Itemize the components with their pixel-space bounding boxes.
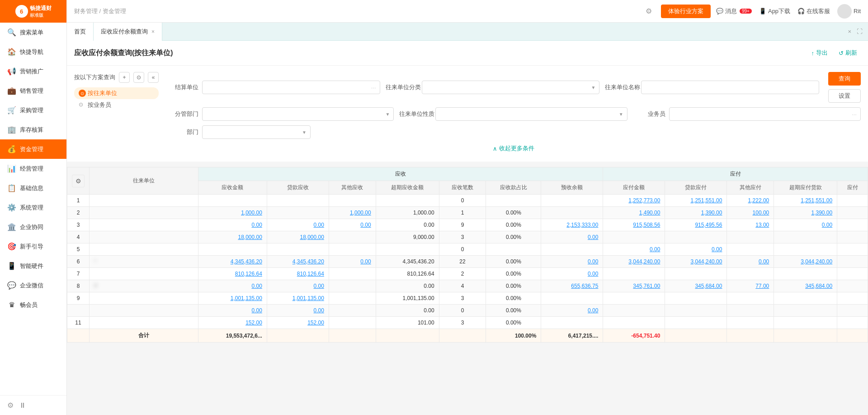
sidebar-item-finance[interactable]: 💰 资金管理 — [0, 139, 66, 159]
cell-loan-ar[interactable] — [267, 207, 329, 219]
partner-category-input[interactable]: ▼ — [422, 81, 600, 94]
cell-overdue-ap[interactable]: 1,251,551.00 — [774, 195, 837, 207]
settlement-unit-input[interactable]: ··· — [202, 81, 380, 94]
cell-other-ap[interactable]: 77.00 — [727, 280, 774, 292]
sidebar-item-vip[interactable]: ♛ 畅会员 — [0, 295, 66, 315]
cell-ar-amount[interactable] — [198, 195, 267, 207]
cell-loan-ar[interactable] — [267, 243, 329, 256]
sidebar-item-inventory[interactable]: 🏢 库存核算 — [0, 120, 66, 139]
cell-ar-amount[interactable]: 1,000.00 — [198, 207, 267, 219]
close-window-icon[interactable]: × — [848, 28, 851, 35]
cell-loan-ap[interactable] — [665, 305, 727, 317]
app-download-item[interactable]: 📱 App下载 — [759, 7, 790, 15]
partner-nature-input[interactable]: ▼ — [435, 107, 627, 121]
cell-loan-ap[interactable]: 345,684.00 — [665, 280, 727, 292]
salesperson-input[interactable]: ··· — [669, 107, 861, 121]
sidebar-item-guide[interactable]: 🎯 新手引导 — [0, 237, 66, 256]
cell-loan-ar[interactable]: 0.00 — [267, 305, 329, 317]
cell-prepaid-balance[interactable]: 0.00 — [541, 231, 603, 243]
partner-name-input[interactable] — [641, 81, 819, 94]
cell-ap-amount[interactable]: 0.00 — [603, 243, 665, 256]
table-gear-button[interactable]: ⚙ — [72, 175, 85, 187]
cell-other-ar[interactable] — [329, 195, 376, 207]
cell-ap-amount[interactable] — [603, 317, 665, 329]
cell-other-ap[interactable]: 13.00 — [727, 219, 774, 231]
cell-prepaid-balance[interactable]: 655,636.75 — [541, 280, 603, 292]
cell-other-ap[interactable] — [727, 231, 774, 243]
cell-other-ap[interactable] — [727, 243, 774, 256]
cell-loan-ar[interactable]: 4,345,436.20 — [267, 256, 329, 268]
department-input[interactable]: ▼ — [202, 125, 311, 139]
sidebar-item-operation[interactable]: 📊 经营管理 — [0, 159, 66, 178]
cell-other-ar[interactable] — [329, 305, 376, 317]
cell-prepaid-balance[interactable] — [541, 207, 603, 219]
cell-ap-amount[interactable] — [603, 305, 665, 317]
gear-icon[interactable]: ⚙ — [646, 7, 652, 15]
online-service-item[interactable]: 🎧 在线客服 — [797, 7, 830, 15]
sidebar-item-basic-info[interactable]: 📋 基础信息 — [0, 178, 66, 198]
sidebar-item-corp-wechat[interactable]: 💬 企业微信 — [0, 276, 66, 295]
cell-ar-amount[interactable]: 0.00 — [198, 305, 267, 317]
sidebar-settings-icon[interactable]: ⚙ — [7, 401, 14, 410]
cell-loan-ap[interactable] — [665, 231, 727, 243]
scheme-collapse-button[interactable]: « — [148, 72, 159, 83]
sidebar-collapse-icon[interactable]: ⏸ — [19, 401, 26, 410]
cell-ar-amount[interactable]: 0.00 — [198, 280, 267, 292]
scheme-item-partner[interactable]: ⊙ 按往来单位 — [74, 87, 159, 99]
cell-ap-amount[interactable] — [603, 292, 665, 305]
cell-overdue-ap[interactable]: 1,390.00 — [774, 207, 837, 219]
scheme-settings-button[interactable]: ⊙ — [133, 72, 144, 83]
export-button[interactable]: ↑ 导出 — [808, 47, 832, 59]
cell-other-ap[interactable]: 1,222.00 — [727, 195, 774, 207]
cell-loan-ar[interactable]: 18,000.00 — [267, 231, 329, 243]
cell-other-ap[interactable] — [727, 305, 774, 317]
cell-loan-ap[interactable] — [665, 317, 727, 329]
cell-other-ap[interactable] — [727, 292, 774, 305]
cell-ar-amount[interactable]: 18,000.00 — [198, 231, 267, 243]
maximize-icon[interactable]: ⛶ — [857, 28, 863, 35]
cell-other-ap[interactable]: 100.00 — [727, 207, 774, 219]
cell-loan-ar[interactable]: 810,126.64 — [267, 268, 329, 280]
cell-other-ap[interactable]: 0.00 — [727, 256, 774, 268]
cell-ap-amount[interactable]: 3,044,240.00 — [603, 256, 665, 268]
sidebar-item-marketing[interactable]: 📢 营销推广 — [0, 62, 66, 81]
cell-prepaid-balance[interactable] — [541, 195, 603, 207]
setting-button[interactable]: 设置 — [828, 89, 861, 103]
cell-ap-amount[interactable]: 1,490.00 — [603, 207, 665, 219]
cell-overdue-ap[interactable] — [774, 268, 837, 280]
cell-ar-amount[interactable]: 810,126.64 — [198, 268, 267, 280]
promo-button[interactable]: 体验行业方案 — [661, 5, 711, 18]
footer-ar-amount[interactable]: 19,553,472,6... — [198, 329, 267, 343]
cell-ap-amount[interactable] — [603, 268, 665, 280]
collapse-button[interactable]: ∧ 收起更多条件 — [166, 142, 861, 155]
cell-loan-ar[interactable] — [267, 195, 329, 207]
cell-other-ar[interactable]: 0.00 — [329, 219, 376, 231]
sidebar-item-sales[interactable]: 💼 销售管理 — [0, 81, 66, 100]
cell-overdue-ap[interactable] — [774, 317, 837, 329]
cell-loan-ap[interactable]: 3,044,240.00 — [665, 256, 727, 268]
cell-prepaid-balance[interactable] — [541, 317, 603, 329]
cell-prepaid-balance[interactable]: 0.00 — [541, 256, 603, 268]
cell-overdue-ap[interactable]: 0.00 — [774, 219, 837, 231]
cell-overdue-ap[interactable] — [774, 292, 837, 305]
cell-prepaid-balance[interactable] — [541, 292, 603, 305]
cell-loan-ap[interactable]: 0.00 — [665, 243, 727, 256]
cell-other-ar[interactable]: 0.00 — [329, 256, 376, 268]
cell-loan-ap[interactable]: 1,390.00 — [665, 207, 727, 219]
cell-ar-amount[interactable] — [198, 243, 267, 256]
cell-other-ar[interactable] — [329, 317, 376, 329]
cell-overdue-ap[interactable]: 345,684.00 — [774, 280, 837, 292]
sidebar-item-corp-collab[interactable]: 🏛️ 企业协同 — [0, 217, 66, 237]
sidebar-item-purchase[interactable]: 🛒 采购管理 — [0, 100, 66, 120]
cell-ar-amount[interactable]: 1,001,135.00 — [198, 292, 267, 305]
cell-overdue-ap[interactable] — [774, 305, 837, 317]
cell-prepaid-balance[interactable]: 2,153,333.00 — [541, 219, 603, 231]
tab-home[interactable]: 首页 — [67, 23, 94, 41]
cell-loan-ar[interactable]: 1,001,135.00 — [267, 292, 329, 305]
sidebar-item-sys-mgmt[interactable]: ⚙️ 系统管理 — [0, 198, 66, 217]
cell-loan-ar[interactable]: 152.00 — [267, 317, 329, 329]
cell-ar-amount[interactable]: 4,345,436.20 — [198, 256, 267, 268]
cell-other-ar[interactable] — [329, 243, 376, 256]
cell-other-ar[interactable]: 1,000.00 — [329, 207, 376, 219]
cell-loan-ap[interactable] — [665, 268, 727, 280]
